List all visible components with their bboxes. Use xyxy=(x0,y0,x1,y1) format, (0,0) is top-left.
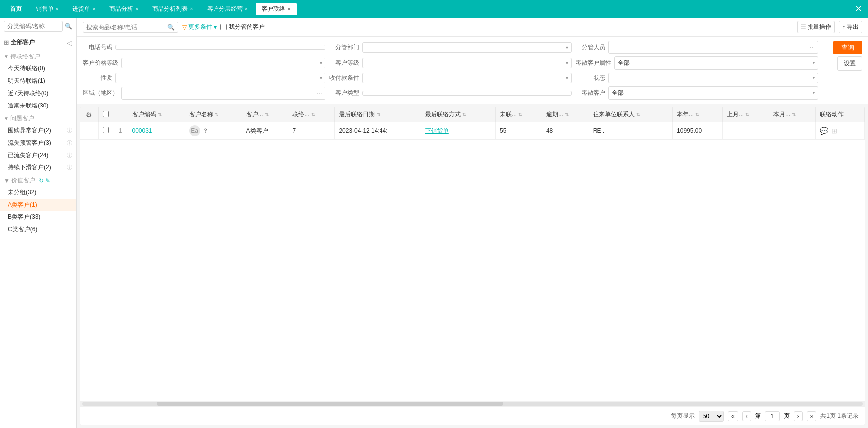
sidebar-item-overdue-pending[interactable]: 逾期未联络(30) xyxy=(0,100,76,112)
advanced-filter-panel: 电话号码 分管部门 ▾ 分管人员 xyxy=(77,37,868,104)
retail-select[interactable]: 全部 ▾ xyxy=(608,86,818,100)
sidebar-item-churn-warning[interactable]: 流失预警客户(3) ⓘ xyxy=(0,137,76,149)
page-number-input[interactable] xyxy=(765,411,780,421)
customer-grade-dropdown-icon: ▾ xyxy=(566,60,568,66)
info-icon: ⓘ xyxy=(67,127,72,134)
last-page-button[interactable]: » xyxy=(807,411,817,421)
next-page-button[interactable]: › xyxy=(794,411,803,421)
nature-select[interactable]: ▾ xyxy=(115,73,326,83)
filter-action-buttons: 查询 设置 xyxy=(822,41,862,100)
batch-ops-icon: ☰ xyxy=(801,24,806,31)
customer-grade-select[interactable]: ▾ xyxy=(362,58,572,68)
sidebar-section-problem: ▼ 问题客户 xyxy=(0,112,76,124)
row-last-month-cell xyxy=(723,122,769,140)
table-header-customer-type: 客户... ⇅ xyxy=(242,107,288,122)
search-icon[interactable]: 🔍 xyxy=(167,24,175,31)
nav-tab-sales[interactable]: 销售单 × xyxy=(30,3,64,15)
customer-code-link[interactable]: 000031 xyxy=(132,127,152,134)
more-filter-button[interactable]: ▽ 更多条件 ▾ xyxy=(182,23,217,31)
retail-attr-select[interactable]: 全部 ▾ xyxy=(614,56,818,70)
last-method-link[interactable]: 下销货单 xyxy=(425,127,449,134)
main-layout: 🔍 ⊞ 全部客户 ◁ ▼ 待联络客户 今天待联络(0) 明天待联络(1) 近7天… xyxy=(0,18,868,428)
refresh-icon[interactable]: ↻ xyxy=(39,177,44,184)
sidebar-item-class-a[interactable]: A类客户(1) xyxy=(0,199,76,211)
nav-tab-purchase[interactable]: 进货单 × xyxy=(66,3,101,15)
chevron-down-icon: ▾ xyxy=(214,24,217,31)
nav-tab-customer-contact[interactable]: 客户联络 × xyxy=(256,3,296,15)
nav-tab-close-product-analysis-list[interactable]: × xyxy=(190,6,193,12)
retail-dropdown-icon: ▾ xyxy=(813,90,815,96)
region-select[interactable]: ··· xyxy=(121,87,326,100)
filter-row-4: 区域（地区） ··· 客户类型 零散客户 xyxy=(83,86,818,100)
table-scroll-area[interactable]: ⚙ 客户编码 ⇅ 客户名称 xyxy=(80,107,865,401)
first-page-button[interactable]: « xyxy=(728,411,738,421)
sidebar-item-class-c[interactable]: C类客户(6) xyxy=(0,223,76,236)
sidebar-item-class-b[interactable]: B类客户(33) xyxy=(0,211,76,223)
edit-icon[interactable]: ✎ xyxy=(45,177,50,184)
sidebar-search-input[interactable] xyxy=(4,21,63,32)
table-gear-icon[interactable]: ⚙ xyxy=(86,111,92,119)
sidebar-item-unclassified[interactable]: 未分组(32) xyxy=(0,186,76,199)
sidebar-item-abnormal-hoard[interactable]: 囤购异常客户(2) ⓘ xyxy=(0,124,76,137)
person-more-icon: ··· xyxy=(809,43,815,51)
nav-tab-close-purchase[interactable]: × xyxy=(92,6,95,12)
table-header-last-month: 上月... ⇅ xyxy=(723,107,769,122)
query-button[interactable]: 查询 xyxy=(833,41,862,54)
sort-thismonth-icon: ⇅ xyxy=(792,112,796,117)
sidebar-item-tomorrow-pending[interactable]: 明天待联络(1) xyxy=(0,75,76,87)
horizontal-scrollbar[interactable] xyxy=(80,401,865,407)
retail-attr-dropdown-icon: ▾ xyxy=(813,60,815,66)
scroll-thumb[interactable] xyxy=(157,402,503,406)
nav-tab-close-sales[interactable]: × xyxy=(55,6,58,12)
table-header-action: 联络动作 xyxy=(816,107,865,122)
settings-button[interactable]: 设置 xyxy=(837,56,862,71)
row-checkbox[interactable] xyxy=(103,127,109,133)
nav-tab-product-analysis-list[interactable]: 商品分析列表 × xyxy=(146,3,199,15)
nav-tab-customer-layer[interactable]: 客户分层经营 × xyxy=(201,3,254,15)
batch-ops-button[interactable]: ☰ 批量操作 xyxy=(797,21,835,33)
nav-tab-close-product-analysis[interactable]: × xyxy=(135,6,138,12)
pagination-bar: 每页显示 50 100 200 « ‹ 第 页 › » 共1页 1条记录 xyxy=(80,407,865,425)
search-input[interactable] xyxy=(86,24,165,31)
sidebar-item-week-pending[interactable]: 近7天待联络(0) xyxy=(0,87,76,100)
price-grade-label: 客户价格等级 xyxy=(83,59,118,67)
row-name-cell: Ea ？ xyxy=(185,122,242,140)
phone-input[interactable] xyxy=(115,45,326,50)
nav-home[interactable]: 首页 xyxy=(4,3,28,15)
per-page-select[interactable]: 50 100 200 xyxy=(699,411,724,422)
info-icon-4: ⓘ xyxy=(67,164,72,171)
price-grade-select[interactable]: ▾ xyxy=(121,58,326,68)
row-overdue-cell: 48 xyxy=(542,122,589,140)
status-select[interactable]: ▾ xyxy=(608,73,818,83)
row-no-contact-cell: 55 xyxy=(495,122,542,140)
table-header-this-year: 本年... ⇅ xyxy=(673,107,723,122)
filter-cell-nature: 性质 ▾ xyxy=(83,73,326,83)
my-customers-check[interactable] xyxy=(220,24,227,30)
nav-tab-close-customer-layer[interactable]: × xyxy=(245,6,248,12)
sidebar-item-today-pending[interactable]: 今天待联络(0) xyxy=(0,62,76,75)
sidebar-search-icon[interactable]: 🔍 xyxy=(65,23,72,30)
table-header-num xyxy=(113,107,128,122)
sidebar-item-churned[interactable]: 已流失客户(24) ⓘ xyxy=(0,149,76,161)
sidebar-collapse-button[interactable]: ◁ xyxy=(67,39,72,47)
dept-select[interactable]: ▾ xyxy=(362,42,572,53)
data-table-wrapper: ⚙ 客户编码 ⇅ 客户名称 xyxy=(80,107,865,425)
grid-action-icon[interactable]: ⊞ xyxy=(831,127,837,135)
filter-row-3: 性质 ▾ 收付款条件 ▾ xyxy=(83,73,818,83)
prev-page-button[interactable]: ‹ xyxy=(742,411,751,421)
filter-cell-customer-grade: 客户等级 ▾ xyxy=(329,58,572,68)
nav-tab-close-customer-contact[interactable]: × xyxy=(287,6,290,12)
table-select-all[interactable] xyxy=(103,111,109,117)
sort-lastmonth-icon: ⇅ xyxy=(745,112,749,117)
export-button[interactable]: ↑ 导出 xyxy=(839,21,862,33)
filter-cell-payment: 收付款条件 ▾ xyxy=(329,73,572,83)
sidebar-item-declining[interactable]: 持续下滑客户(2) ⓘ xyxy=(0,161,76,174)
nav-tab-product-analysis[interactable]: 商品分析 × xyxy=(104,3,144,15)
payment-select[interactable]: ▾ xyxy=(362,73,572,83)
chat-action-icon[interactable]: 💬 xyxy=(820,127,828,135)
close-all-tabs-button[interactable]: ✕ xyxy=(853,1,864,16)
sort-code-icon: ⇅ xyxy=(158,112,162,117)
customer-type-input[interactable] xyxy=(362,91,572,96)
person-select[interactable]: ··· xyxy=(608,41,818,54)
page-label: 第 xyxy=(755,412,761,420)
